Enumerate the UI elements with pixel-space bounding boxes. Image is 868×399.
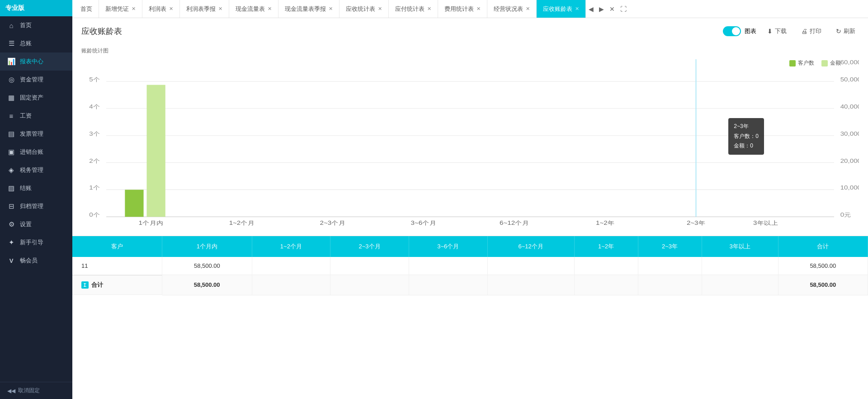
sidebar: 专业版 ⌂ 首页 ☰ 总账 📊 报表中心 ◎ 资金管理 ▦ 固定资产 ≡ 工资 … bbox=[0, 0, 72, 399]
tab-operation-stat-close[interactable]: ✕ bbox=[526, 6, 530, 12]
tab-home[interactable]: 首页 bbox=[74, 0, 99, 18]
tab-profit-quarter[interactable]: 利润表季报 ✕ bbox=[180, 0, 229, 18]
refresh-icon: ↻ bbox=[836, 28, 841, 35]
svg-text:2~3个月: 2~3个月 bbox=[320, 220, 346, 226]
tab-close-all[interactable]: ✕ bbox=[607, 0, 618, 18]
total-year12 bbox=[574, 275, 638, 295]
chart-wrapper: 客户数 金额 0个 1个 2个 3个 4个 5个 bbox=[81, 59, 859, 227]
chart-toggle-label: 图表 bbox=[745, 27, 756, 35]
print-label: 打印 bbox=[810, 27, 821, 35]
tab-expense-stat[interactable]: 费用统计表 ✕ bbox=[438, 0, 487, 18]
svg-text:1个月内: 1个月内 bbox=[139, 220, 164, 226]
tab-receivable-stat-label: 应收统计表 bbox=[346, 5, 375, 13]
sidebar-item-member[interactable]: V 畅会员 bbox=[0, 252, 72, 270]
cell-month612 bbox=[487, 257, 574, 275]
refresh-button[interactable]: ↻ 刷新 bbox=[832, 25, 859, 37]
tab-cashflow-quarter[interactable]: 现金流量表季报 ✕ bbox=[278, 0, 340, 18]
col-header-year23: 2~3年 bbox=[638, 236, 702, 257]
tab-profit-close[interactable]: ✕ bbox=[169, 6, 173, 12]
tab-nav-prev[interactable]: ◀ bbox=[586, 0, 596, 18]
svg-text:10,000.00元: 10,000.00元 bbox=[840, 185, 859, 191]
tab-nav-next[interactable]: ▶ bbox=[596, 0, 607, 18]
reports-icon: 📊 bbox=[7, 57, 15, 66]
cell-year3plus bbox=[702, 257, 778, 275]
total-label-cell: Σ 合计 bbox=[72, 275, 162, 295]
total-icon: Σ bbox=[81, 281, 89, 289]
svg-text:3~6个月: 3~6个月 bbox=[410, 220, 436, 226]
tab-voucher-close[interactable]: ✕ bbox=[132, 6, 136, 12]
sidebar-item-ledger[interactable]: ☰ 总账 bbox=[0, 34, 72, 52]
download-button[interactable]: ⬇ 下载 bbox=[764, 25, 790, 37]
col-header-customer: 客户 bbox=[72, 236, 162, 257]
tab-profit-label: 利润表 bbox=[149, 5, 166, 13]
total-month12 bbox=[252, 275, 330, 295]
tab-cashflow[interactable]: 现金流量表 ✕ bbox=[229, 0, 278, 18]
tab-receivable-stat[interactable]: 应收统计表 ✕ bbox=[340, 0, 389, 18]
tab-operation-stat[interactable]: 经营状况表 ✕ bbox=[487, 0, 537, 18]
sidebar-item-label: 固定资产 bbox=[20, 94, 43, 102]
sidebar-item-assets[interactable]: ▦ 固定资产 bbox=[0, 89, 72, 107]
sidebar-item-guide[interactable]: ✦ 新手引导 bbox=[0, 233, 72, 252]
col-header-month1: 1个月内 bbox=[162, 236, 252, 257]
sidebar-item-funds[interactable]: ◎ 资金管理 bbox=[0, 71, 72, 89]
sidebar-item-reports[interactable]: 📊 报表中心 bbox=[0, 52, 72, 71]
sidebar-item-label: 设置 bbox=[20, 220, 32, 228]
print-button[interactable]: 🖨 打印 bbox=[797, 25, 825, 37]
sidebar-item-label: 畅会员 bbox=[20, 256, 38, 265]
tab-profit-quarter-close[interactable]: ✕ bbox=[218, 6, 222, 12]
tax-icon: ◈ bbox=[7, 166, 15, 174]
svg-text:60,000.00元: 60,000.00元 bbox=[840, 59, 859, 65]
total-month612 bbox=[487, 275, 574, 295]
tab-cashflow-quarter-label: 现金流量表季报 bbox=[285, 5, 326, 13]
svg-text:3年以上: 3年以上 bbox=[753, 220, 778, 226]
total-month36 bbox=[409, 275, 487, 295]
tab-aging-close[interactable]: ✕ bbox=[575, 6, 579, 12]
tab-payable-stat[interactable]: 应付统计表 ✕ bbox=[389, 0, 438, 18]
sidebar-item-close[interactable]: ▨ 结账 bbox=[0, 179, 72, 197]
collapse-sidebar-button[interactable]: ◀◀ 取消固定 bbox=[0, 382, 72, 399]
cell-month23 bbox=[330, 257, 409, 275]
tab-cashflow-quarter-close[interactable]: ✕ bbox=[329, 6, 333, 12]
tab-fullscreen[interactable]: ⛶ bbox=[618, 0, 629, 18]
tab-aging[interactable]: 应收账龄表 ✕ bbox=[537, 0, 586, 18]
col-header-year3plus: 3年以上 bbox=[702, 236, 778, 257]
chart-toggle-group: 图表 bbox=[723, 26, 756, 36]
col-header-month612: 6~12个月 bbox=[487, 236, 574, 257]
chart-legend: 客户数 金额 bbox=[789, 59, 841, 67]
collapse-icon: ◀◀ bbox=[7, 388, 15, 394]
legend-amount: 金额 bbox=[821, 59, 841, 67]
tab-payable-stat-close[interactable]: ✕ bbox=[427, 6, 431, 12]
tab-cashflow-close[interactable]: ✕ bbox=[268, 6, 272, 12]
tab-receivable-stat-close[interactable]: ✕ bbox=[378, 6, 382, 12]
chart-toggle[interactable] bbox=[723, 26, 741, 36]
content-area: 应收账龄表 图表 ⬇ 下载 🖨 打印 ↻ 刷新 bbox=[72, 18, 868, 399]
main-area: 首页 新增凭证 ✕ 利润表 ✕ 利润表季报 ✕ 现金流量表 ✕ 现金流量表季报 … bbox=[72, 0, 868, 399]
tab-expense-stat-close[interactable]: ✕ bbox=[476, 6, 481, 12]
sidebar-item-tax[interactable]: ◈ 税务管理 bbox=[0, 161, 72, 179]
col-header-month12: 1~2个月 bbox=[252, 236, 330, 257]
tab-voucher[interactable]: 新增凭证 ✕ bbox=[99, 0, 142, 18]
sidebar-item-label: 报表中心 bbox=[20, 57, 43, 66]
archive-icon: ⊟ bbox=[7, 202, 15, 210]
sidebar-item-label: 税务管理 bbox=[20, 166, 43, 174]
chart-container: 账龄统计图 客户数 金额 0个 1个 bbox=[72, 43, 868, 236]
svg-text:6~12个月: 6~12个月 bbox=[500, 220, 529, 226]
col-header-year12: 1~2年 bbox=[574, 236, 638, 257]
bar-customer-1 bbox=[125, 190, 143, 217]
sidebar-item-label: 发票管理 bbox=[20, 130, 43, 138]
svg-text:0个: 0个 bbox=[89, 212, 100, 218]
sidebar-item-invoice[interactable]: ▤ 发票管理 bbox=[0, 125, 72, 143]
tab-operation-stat-label: 经营状况表 bbox=[494, 5, 523, 13]
sidebar-item-inventory[interactable]: ▣ 进销台账 bbox=[0, 143, 72, 161]
sidebar-item-salary[interactable]: ≡ 工资 bbox=[0, 107, 72, 125]
tab-bar: 首页 新增凭证 ✕ 利润表 ✕ 利润表季报 ✕ 现金流量表 ✕ 现金流量表季报 … bbox=[72, 0, 868, 18]
legend-customer-color bbox=[789, 60, 796, 66]
sidebar-item-settings[interactable]: ⚙ 设置 bbox=[0, 215, 72, 233]
table-header-row: 客户 1个月内 1~2个月 2~3个月 3~6个月 6~12个月 1~2年 2~… bbox=[72, 236, 868, 257]
col-header-total: 合计 bbox=[778, 236, 868, 257]
table-container: 客户 1个月内 1~2个月 2~3个月 3~6个月 6~12个月 1~2年 2~… bbox=[72, 236, 868, 295]
sidebar-item-archive[interactable]: ⊟ 归档管理 bbox=[0, 197, 72, 215]
tab-profit[interactable]: 利润表 ✕ bbox=[142, 0, 180, 18]
sidebar-item-home[interactable]: ⌂ 首页 bbox=[0, 16, 72, 34]
svg-text:0元: 0元 bbox=[840, 212, 851, 218]
